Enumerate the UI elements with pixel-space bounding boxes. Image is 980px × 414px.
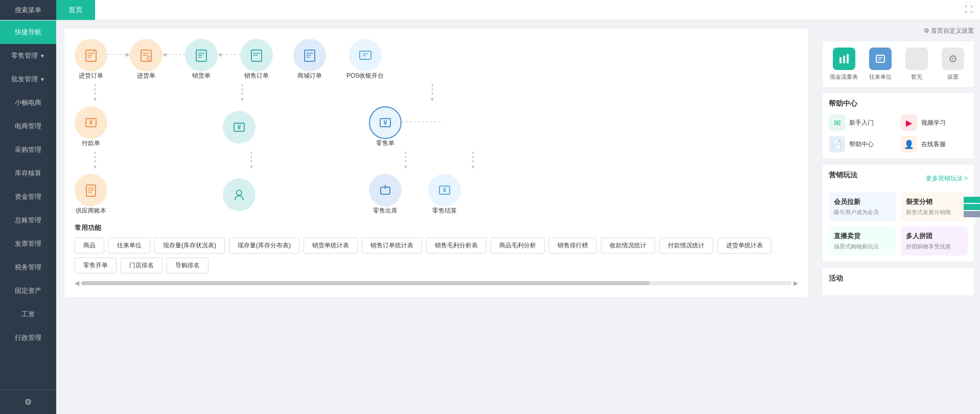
mkt-item-live[interactable]: 直播卖货 场景式购物新玩法 (829, 226, 896, 256)
home-settings-link[interactable]: ⚙ 首页自定义设置 (823, 27, 974, 35)
func-btn-10[interactable]: 付款情况统计 (659, 238, 713, 254)
help-grid: ✉ 新手入门 ▶ 视频学习 📄 帮助中心 👤 在线客服 (829, 114, 968, 152)
sidebar-item-tax[interactable]: 税务管理 (0, 256, 56, 279)
func-btn-9[interactable]: 收款情况统计 (601, 238, 655, 254)
expand-icon[interactable]: ⛶ (965, 5, 975, 15)
func-btn-13[interactable]: 门店排名 (121, 258, 162, 273)
tab-home[interactable]: 首页 (56, 0, 95, 20)
svg-rect-13 (86, 185, 96, 196)
qa-item-cashflow[interactable]: 现金流量表 (829, 48, 859, 81)
beginner-icon: ✉ (829, 114, 845, 131)
scroll-left-btn[interactable]: ◀ (75, 280, 79, 287)
lingshou-chuku-icon (369, 174, 402, 206)
func-btn-11[interactable]: 进货单统计表 (717, 238, 772, 254)
func-btn-14[interactable]: 导购排名 (167, 258, 208, 273)
sidebar-item-salary[interactable]: 工资 (0, 303, 56, 326)
sidebar-item-wholesale[interactable]: 批发管理 ▼ (0, 67, 56, 91)
svg-rect-0 (86, 50, 96, 61)
func-btn-4[interactable]: 销货单统计表 (304, 238, 358, 254)
sidebar-settings[interactable]: ⚙ (0, 389, 56, 414)
sidebar-item-ecommerce[interactable]: 电商管理 (0, 114, 56, 138)
main-layout: 快捷导航 零售管理 ▼ 批发管理 ▼ 小畅电商 电商管理 采购管理 库存核算 资… (0, 20, 980, 414)
sidebar-item-inventory[interactable]: 库存核算 (0, 162, 56, 185)
func-btn-3[interactable]: 现存量(库存分布表) (229, 238, 299, 254)
sidebar-item-ledger[interactable]: 总账管理 (0, 209, 56, 232)
func-btn-6[interactable]: 销售毛利分析表 (426, 238, 486, 254)
contacts-icon (869, 48, 892, 70)
help-item-service[interactable]: 👤 在线客服 (901, 136, 968, 152)
xiaohuo-dan-icon (185, 39, 218, 72)
sidebar-item-purchase[interactable]: 采购管理 (0, 138, 56, 162)
node-xiaoshou-dingdan[interactable]: 销售订单 (240, 39, 273, 80)
sidebar-item-quicknav[interactable]: 快捷导航 (0, 20, 56, 44)
node-lingshou-chuku[interactable]: 零售出库 (369, 174, 402, 215)
node-jinhuo-dan[interactable]: 进货单 (130, 39, 162, 80)
lingshou-jiesuan-icon: ¥ (428, 174, 461, 206)
func-btn-2[interactable]: 现存量(库存状况表) (154, 238, 225, 254)
node-supplier-account[interactable]: 供应商账本 (75, 174, 107, 215)
horizontal-scrollbar: ◀ ▶ (75, 280, 798, 287)
help-item-beginner[interactable]: ✉ 新手入门 (829, 114, 896, 131)
node-fukuan[interactable]: ¥ 付款单 (75, 106, 107, 148)
flow-row-3: 供应商账本 (75, 174, 798, 215)
sidebar-item-retail[interactable]: 零售管理 ▼ (0, 44, 56, 67)
top-bar: 搜索菜单 首页 ⛶ (0, 0, 980, 20)
sidebar-item-assets[interactable]: 固定资产 (0, 279, 56, 303)
float-btn-desktop[interactable]: 桌面快捷 (964, 211, 980, 217)
node-pos[interactable]: POS收银开台 (346, 39, 384, 80)
qa-item-none[interactable]: 暂无 (901, 48, 931, 81)
vert-arrows-2: ▼ ▼ (75, 152, 798, 170)
node-shangcheng-dingdan[interactable]: 商城订单 (293, 39, 326, 80)
mkt-item-fission[interactable]: 裂变分销 裂变式发展分销商 (901, 192, 968, 221)
main-panel: 进货订单 ▶ (56, 20, 816, 414)
flow-card: 进货订单 ▶ (64, 29, 808, 297)
search-menu-btn[interactable]: 搜索菜单 (0, 0, 56, 20)
node-xiaohuo-dan[interactable]: 销货单 (185, 39, 218, 80)
settings-icon: ⚙ (942, 48, 964, 70)
node-customer-account[interactable] (223, 178, 255, 211)
vert-arrows-1: ▼ ▼ (75, 84, 798, 102)
marketing-card: 营销玩法 更多营销玩法 > 会员拉新 吸引用户成为会员 裂变分销 裂变式发展分销… (823, 165, 974, 262)
sidebar-item-admin[interactable]: 行政管理 (0, 326, 56, 350)
svg-rect-20 (847, 54, 849, 63)
svg-text:¥: ¥ (442, 186, 447, 194)
supplier-account-icon (75, 174, 107, 206)
activity-card: 活动 (823, 268, 974, 295)
arrow-left-2: ◀ (218, 52, 240, 67)
help-item-help[interactable]: 📄 帮助中心 (829, 136, 896, 152)
cashflow-icon (833, 48, 855, 70)
qa-item-contacts[interactable]: 往来单位 (865, 48, 895, 81)
func-btn-12[interactable]: 零售开单 (75, 258, 116, 273)
float-btn-community[interactable]: 服务社区 (964, 204, 980, 210)
node-lingshou-jiesuan[interactable]: ¥ 零售结算 (428, 174, 461, 215)
func-btn-5[interactable]: 销售订单统计表 (362, 238, 422, 254)
right-panel: ⚙ 首页自定义设置 现金流量表 往来单位 (816, 20, 980, 414)
func-btn-7[interactable]: 商品毛利分析 (491, 238, 545, 254)
quick-access: 现金流量表 往来单位 暂无 ⚙ 设置 (823, 41, 974, 87)
mkt-item-member[interactable]: 会员拉新 吸引用户成为会员 (829, 192, 896, 221)
float-buttons: 客服热线 服务社区 桌面快捷 (964, 197, 980, 217)
node-shoukuan[interactable]: ¥ (223, 111, 255, 144)
float-btn-service[interactable]: 客服热线 (964, 197, 980, 203)
scroll-track[interactable] (81, 281, 791, 285)
customer-account-icon (223, 178, 255, 211)
more-marketing-link[interactable]: 更多营销玩法 > (926, 174, 968, 183)
lingshou-dan-icon: ¥ (369, 106, 402, 139)
mkt-item-group[interactable]: 多人拼团 拼团购物享受优惠 (901, 226, 968, 256)
svg-rect-5 (305, 50, 315, 61)
sidebar-item-finance[interactable]: 资金管理 (0, 185, 56, 209)
qa-item-settings[interactable]: ⚙ 设置 (938, 48, 968, 81)
arrow-right-1: ▶ (107, 52, 130, 67)
sidebar-item-invoice[interactable]: 发票管理 (0, 232, 56, 256)
scroll-thumb (81, 281, 649, 285)
node-jinhuo-dingdan[interactable]: 进货订单 (75, 39, 107, 80)
settings-icon: ⚙ (25, 398, 32, 406)
func-btn-0[interactable]: 商品 (75, 238, 104, 254)
node-lingshou-dan[interactable]: ¥ 零售单 (369, 106, 402, 148)
func-btn-8[interactable]: 销售排行榜 (549, 238, 597, 254)
help-item-video[interactable]: ▶ 视频学习 (901, 114, 968, 131)
sidebar-item-xiaochang[interactable]: 小畅电商 (0, 91, 56, 114)
func-btn-1[interactable]: 往来单位 (108, 238, 150, 254)
scroll-right-btn[interactable]: ▶ (794, 280, 798, 287)
common-funcs-title: 常用功能 (75, 223, 798, 233)
